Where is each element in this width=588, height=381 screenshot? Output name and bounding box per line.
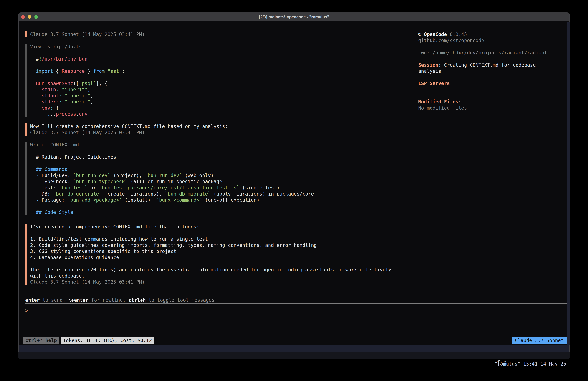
terminal-line: Modified Files: xyxy=(418,99,567,105)
terminal-line: Bun.spawnSync([`psql`], { xyxy=(30,80,125,87)
terminal-line xyxy=(30,148,314,154)
tmux-status-bar: [radiant]1:nvim2:zsh-3:opencode*4:zsh "r… xyxy=(19,344,569,352)
terminal-line: I've created a comprehensive CONTEXT.md … xyxy=(30,224,391,230)
terminal-line: #!/usr/bin/env bun xyxy=(30,56,125,62)
terminal-line xyxy=(30,203,314,209)
window-title: [2/3] radiant:3:opencode - "romulus" xyxy=(19,15,569,19)
terminal-content: Claude 3.7 Sonnet (14 May 2025 03:41 PM)… xyxy=(19,22,569,359)
terminal-line: env: { xyxy=(30,105,125,111)
assistant-message: Now I'll create a comprehensive CONTEXT.… xyxy=(25,123,228,135)
terminal-line: analysis xyxy=(418,68,567,74)
terminal-line: 3. CSS styling conventions specific to t… xyxy=(30,248,391,254)
terminal-line xyxy=(30,50,125,56)
terminal-line: Claude 3.7 Sonnet (14 May 2025 03:41 PM) xyxy=(30,31,145,37)
terminal-line: stdin: "inherit", xyxy=(30,87,125,93)
terminal-line xyxy=(418,87,567,93)
terminal-line: # Radiant Project Guidelines xyxy=(30,154,314,160)
terminal-line: - Package: `bun add <package>` (install)… xyxy=(30,197,314,203)
terminal-line: © OpenCode 0.0.45 xyxy=(418,31,567,37)
assistant-message-header: Claude 3.7 Sonnet (14 May 2025 03:41 PM) xyxy=(25,31,145,37)
prompt-symbol: > xyxy=(25,308,28,313)
terminal-line: Now I'll create a comprehensive CONTEXT.… xyxy=(30,123,228,130)
terminal-line: with this codebase. xyxy=(30,273,391,279)
terminal-line xyxy=(30,62,125,68)
token-usage-chip: Tokens: 16.4K (8%), Cost: $0.12 xyxy=(61,337,154,344)
terminal-line: The file is concise (20 lines) and captu… xyxy=(30,267,391,273)
terminal-line: ...process.env, xyxy=(30,111,125,117)
assistant-message-summary: I've created a comprehensive CONTEXT.md … xyxy=(25,224,391,285)
terminal-line: LSP Servers xyxy=(418,80,567,87)
terminal-line xyxy=(418,44,567,50)
model-badge: Claude 3.7 Sonnet xyxy=(511,337,567,344)
terminal-line: Claude 3.7 Sonnet (14 May 2025 03:41 PM) xyxy=(30,130,228,135)
terminal-line: Write: CONTEXT.md xyxy=(30,142,314,148)
tool-call-view-file: View: script/db.ts #!/usr/bin/env bun im… xyxy=(25,44,125,117)
status-chips: ctrl+? help Tokens: 16.4K (8%), Cost: $0… xyxy=(23,337,154,344)
keybinding-hint: enter to send, \+enter for newline, ctrl… xyxy=(25,297,214,303)
status-bar: ctrl+? help Tokens: 16.4K (8%), Cost: $0… xyxy=(19,337,569,344)
message-input[interactable]: > xyxy=(25,308,563,314)
input-divider xyxy=(25,303,567,304)
terminal-line: - Test: `bun test` or `bun test packages… xyxy=(30,185,314,191)
terminal-line: 2. Code style guidelines covering import… xyxy=(30,242,391,248)
scrollbar[interactable] xyxy=(567,22,570,344)
terminal-line xyxy=(418,56,567,62)
terminal-line: - Build/Dev: `bun run dev` (project), `b… xyxy=(30,172,314,179)
tool-call-write-file: Write: CONTEXT.md # Radiant Project Guid… xyxy=(25,142,314,215)
terminal-line: View: script/db.ts xyxy=(30,44,125,50)
terminal-line: import { Resource } from "sst"; xyxy=(30,68,125,74)
terminal-line: Claude 3.7 Sonnet (14 May 2025 03:41 PM) xyxy=(30,279,391,285)
terminal-line: stderr: "inherit", xyxy=(30,99,125,105)
terminal-line xyxy=(30,230,391,236)
titlebar: [2/3] radiant:3:opencode - "romulus" xyxy=(19,12,569,22)
terminal-line xyxy=(418,93,567,99)
terminal-line: cwd: /home/thdxr/dev/projects/radiant/ra… xyxy=(418,50,567,56)
help-shortcut-chip: ctrl+? help xyxy=(23,337,59,344)
terminal-line: No modified files xyxy=(418,105,567,111)
terminal-line xyxy=(30,261,391,267)
terminal-line: github.com/sst/opencode xyxy=(418,37,567,44)
terminal-line xyxy=(30,74,125,80)
session-sidebar: © OpenCode 0.0.45github.com/sst/opencode… xyxy=(418,31,567,111)
terminal-line: Session: Creating CONTEXT.md for codebas… xyxy=(418,62,567,68)
terminal-line: stdout: "inherit", xyxy=(30,93,125,99)
terminal-line: 4. Database operations guidance xyxy=(30,254,391,261)
terminal-line: ## Code Style xyxy=(30,209,314,215)
terminal-line: 1. Build/lint/test commands including ho… xyxy=(30,236,391,242)
terminal-line xyxy=(418,74,567,80)
terminal-line: - TypeCheck: `bun run typecheck` (all) o… xyxy=(30,179,314,185)
terminal-line xyxy=(30,160,314,166)
terminal-window: [2/3] radiant:3:opencode - "romulus" Cla… xyxy=(18,12,570,359)
terminal-line: - DB: `bun db generate` (create migratio… xyxy=(30,191,314,197)
tmux-right-status: "romulus" 15:41 14-May-25 xyxy=(495,360,566,368)
diagnostics: ⓦ0 ⓘ0 ⓗ0 xyxy=(469,337,506,344)
terminal-line: ## Commands xyxy=(30,166,314,172)
window-bottom-chrome xyxy=(18,352,570,359)
